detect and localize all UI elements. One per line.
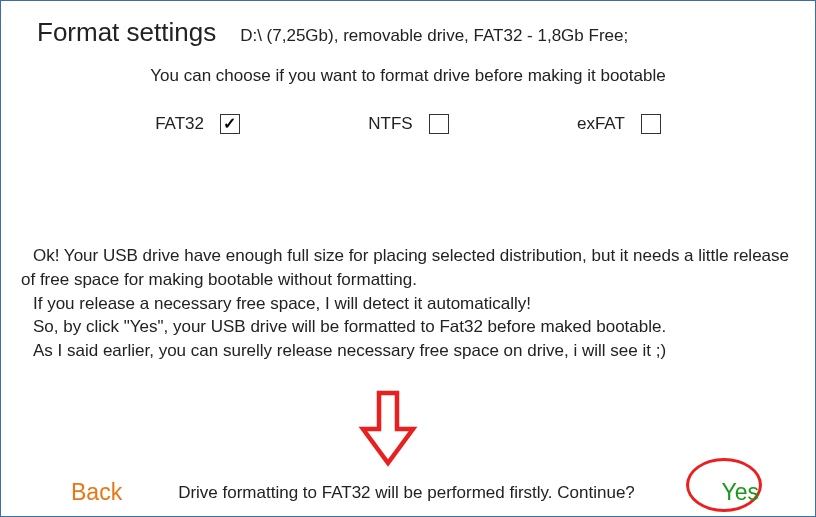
subtitle-text: You can choose if you want to format dri…: [1, 66, 815, 86]
exfat-label: exFAT: [577, 114, 625, 134]
filesystem-options: FAT32 NTFS exFAT: [1, 114, 815, 134]
ntfs-checkbox[interactable]: [429, 114, 449, 134]
body-line-2: If you release a necessary free space, I…: [21, 292, 795, 316]
exfat-checkbox[interactable]: [641, 114, 661, 134]
fat32-checkbox[interactable]: [220, 114, 240, 134]
body-line-3: So, by click "Yes", your USB drive will …: [21, 315, 795, 339]
fat32-label: FAT32: [155, 114, 204, 134]
drive-info: D:\ (7,25Gb), removable drive, FAT32 - 1…: [240, 26, 628, 46]
body-text: Ok! Your USB drive have enough full size…: [1, 244, 815, 363]
ntfs-label: NTFS: [368, 114, 412, 134]
page-title: Format settings: [37, 17, 216, 48]
body-line-1: Ok! Your USB drive have enough full size…: [21, 244, 795, 292]
option-fat32: FAT32: [155, 114, 240, 134]
confirm-prompt: Drive formatting to FAT32 will be perfor…: [178, 483, 721, 503]
option-ntfs: NTFS: [368, 114, 448, 134]
back-button[interactable]: Back: [71, 479, 122, 506]
yes-button[interactable]: Yes: [721, 479, 759, 506]
arrow-annotation-icon: [353, 389, 423, 469]
option-exfat: exFAT: [577, 114, 661, 134]
footer: Back Drive formatting to FAT32 will be p…: [1, 479, 815, 506]
body-line-4: As I said earlier, you can surelly relea…: [21, 339, 795, 363]
